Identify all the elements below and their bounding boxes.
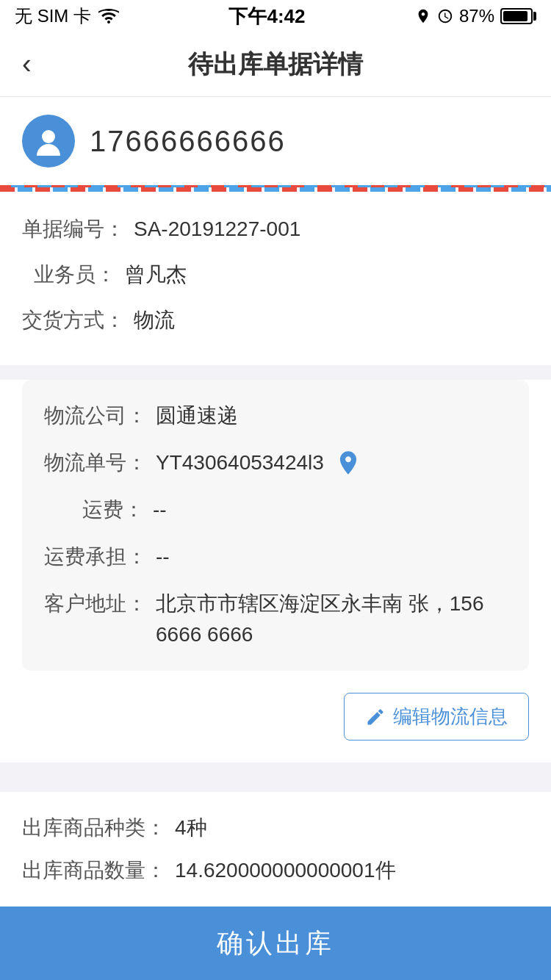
- delivery-value: 物流: [134, 305, 529, 336]
- edit-btn-wrap: 编辑物流信息: [0, 693, 551, 763]
- logistics-card: 物流公司： 圆通速递 物流单号： YT43064053424l3 运费： -- …: [22, 380, 529, 671]
- location-status-icon: [415, 8, 431, 24]
- freight-value: --: [153, 494, 507, 525]
- avatar-icon: [32, 125, 65, 157]
- document-number-value: SA-20191227-001: [134, 214, 529, 245]
- agent-label: 业务员：: [22, 259, 125, 290]
- address-label: 客户地址：: [44, 588, 156, 619]
- delivery-row: 交货方式： 物流: [22, 305, 529, 336]
- wifi-icon: [98, 9, 119, 24]
- svg-point-0: [42, 130, 55, 143]
- battery-icon: [500, 8, 536, 24]
- goods-quantity-label: 出库商品数量：: [22, 857, 175, 884]
- nav-bar: ‹ 待出库单据详情: [0, 32, 551, 97]
- status-right: 87%: [415, 6, 536, 26]
- goods-section: 出库商品种类： 4种 出库商品数量： 14.620000000000001件: [0, 792, 551, 914]
- customer-header: 17666666666: [0, 97, 551, 187]
- back-button[interactable]: ‹: [22, 48, 32, 80]
- freight-bear-row: 运费承担： --: [44, 541, 507, 572]
- battery-percent: 87%: [459, 6, 494, 26]
- logistics-company-row: 物流公司： 圆通速递: [44, 400, 507, 431]
- confirm-button-wrap[interactable]: 确认出库: [0, 907, 551, 980]
- goods-quantity-value: 14.620000000000001件: [175, 857, 396, 884]
- freight-row: 运费： --: [44, 494, 507, 525]
- address-row: 客户地址： 北京市市辖区海淀区永丰南 张，156 6666 6666: [44, 588, 507, 650]
- document-info-section: 单据编号： SA-20191227-001 业务员： 曾凡杰 交货方式： 物流: [0, 192, 551, 365]
- delivery-label: 交货方式：: [22, 305, 134, 336]
- goods-type-label: 出库商品种类：: [22, 814, 175, 842]
- freight-bear-value: --: [156, 541, 507, 572]
- status-bar: 无 SIM 卡 下午4:42 87%: [0, 0, 551, 32]
- section-divider-1: [0, 763, 551, 777]
- goods-type-row: 出库商品种类： 4种: [22, 814, 529, 842]
- page-title: 待出库单据详情: [188, 48, 363, 82]
- logistics-tracking-label: 物流单号：: [44, 447, 156, 478]
- tracking-location-icon[interactable]: [334, 449, 362, 477]
- logistics-tracking-row: 物流单号： YT43064053424l3: [44, 447, 507, 478]
- edit-icon: [365, 707, 386, 727]
- status-time: 下午4:42: [228, 4, 305, 29]
- no-sim-text: 无 SIM 卡: [15, 4, 91, 28]
- document-number-row: 单据编号： SA-20191227-001: [22, 214, 529, 245]
- customer-avatar: [22, 115, 75, 167]
- status-left: 无 SIM 卡: [15, 4, 119, 28]
- edit-logistics-label: 编辑物流信息: [393, 704, 508, 729]
- goods-quantity-row: 出库商品数量： 14.620000000000001件: [22, 857, 529, 884]
- clock-status-icon: [437, 8, 453, 24]
- address-value: 北京市市辖区海淀区永丰南 张，156 6666 6666: [156, 588, 507, 650]
- logistics-tracking-value: YT43064053424l3: [156, 447, 507, 478]
- goods-type-value: 4种: [175, 814, 207, 842]
- confirm-button-label: 确认出库: [217, 926, 334, 962]
- tracking-number: YT43064053424l3: [156, 447, 324, 478]
- document-number-label: 单据编号：: [22, 214, 134, 245]
- edit-logistics-button[interactable]: 编辑物流信息: [344, 693, 529, 741]
- agent-value: 曾凡杰: [125, 259, 529, 290]
- customer-phone: 17666666666: [90, 125, 286, 158]
- freight-bear-label: 运费承担：: [44, 541, 156, 572]
- logistics-company-value: 圆通速递: [156, 400, 507, 431]
- agent-row: 业务员： 曾凡杰: [22, 259, 529, 290]
- logistics-company-label: 物流公司：: [44, 400, 156, 431]
- freight-label: 运费：: [44, 494, 153, 525]
